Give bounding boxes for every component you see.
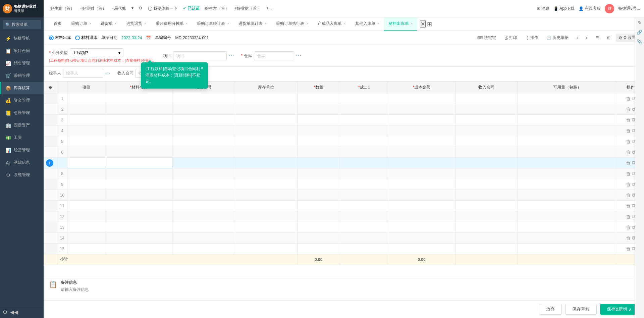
online-service-btn[interactable]: 👤 在线客服 xyxy=(579,6,601,11)
calendar-icon[interactable]: 📅 xyxy=(146,36,151,40)
panel-icon-2[interactable]: 🔗 xyxy=(637,30,642,35)
shortcut-key-btn[interactable]: ⌨ 快键键 xyxy=(475,34,499,42)
row-income-contract[interactable] xyxy=(455,93,518,104)
delete-row-btn[interactable]: 🗑 xyxy=(626,160,631,166)
delete-row-btn[interactable]: 🗑 xyxy=(626,246,631,252)
topnav-settings-icon[interactable]: ⚙ xyxy=(136,4,145,13)
topnav-yidaizhang[interactable]: +易代账 xyxy=(109,4,129,13)
tab-close-purchase[interactable]: × xyxy=(89,22,91,25)
row-cost-amount[interactable] xyxy=(388,93,455,104)
delete-row-btn[interactable]: 🗑 xyxy=(626,128,631,134)
user-avatar[interactable]: 财 xyxy=(605,4,614,13)
remarks-input[interactable] xyxy=(61,285,639,298)
sidebar-item-system[interactable]: ⚙ 系统管理 xyxy=(0,169,44,181)
row-spec[interactable] xyxy=(172,93,235,104)
tab-inbound-stats[interactable]: 进货单统计表 × xyxy=(234,17,271,31)
message-btn[interactable]: ✉ 消息 xyxy=(537,6,549,11)
save-draft-button[interactable]: 保存草稿 xyxy=(565,304,597,315)
delete-row-btn[interactable]: 🗑 xyxy=(626,182,631,187)
delete-row-btn[interactable]: 🗑 xyxy=(626,203,631,209)
business-type-select[interactable]: 工程领料 ▾ xyxy=(70,48,123,57)
view2-btn[interactable]: ⊞ xyxy=(604,34,613,42)
handler-select[interactable]: 经手人 xyxy=(63,69,103,78)
tab-purchase-expense[interactable]: 采购费用分摊单 × xyxy=(151,17,193,31)
warehouse-select[interactable]: 仓库 xyxy=(254,51,294,60)
tab-purchase-stats[interactable]: 采购订单统计表 × xyxy=(192,17,234,31)
delete-row-btn[interactable]: 🗑 xyxy=(626,193,631,198)
tab-finished-goods[interactable]: 产成品入库单 × xyxy=(313,17,351,31)
tab-close-material-out[interactable]: × xyxy=(411,22,413,25)
panel-icon-1[interactable]: ✎ xyxy=(638,20,642,25)
sidebar-item-asset[interactable]: 🏢 固定资产 xyxy=(0,119,44,131)
row-available[interactable] xyxy=(518,93,617,104)
delete-row-btn[interactable]: 🗑 xyxy=(626,150,631,155)
sidebar-item-finance[interactable]: 💰 资金管理 xyxy=(0,94,44,107)
row-material[interactable] xyxy=(105,93,172,104)
topnav-haoshengyi[interactable]: 好生意（首） xyxy=(48,4,77,13)
next-btn[interactable]: › xyxy=(583,34,590,42)
row-cost[interactable] xyxy=(340,93,388,104)
collapse-button[interactable]: ◀◀ xyxy=(10,309,18,315)
sidebar-item-shortcut[interactable]: ⚡ 快捷导航 xyxy=(0,32,44,45)
search-menu-button[interactable]: 🔍 搜索菜单 xyxy=(3,20,41,29)
tab-close-other[interactable]: × xyxy=(377,22,379,25)
sidebar-item-payroll[interactable]: 💵 工资 xyxy=(0,131,44,144)
prev-btn[interactable]: ‹ xyxy=(574,34,581,42)
delete-row-btn[interactable]: 🗑 xyxy=(626,171,631,176)
project-dots[interactable]: ··· xyxy=(229,53,234,59)
delete-row-btn[interactable]: 🗑 xyxy=(626,235,631,241)
topnav-haoyecai2[interactable]: +好业财（首） xyxy=(232,4,264,13)
settings-button[interactable]: ⚙ xyxy=(3,309,7,315)
col-settings[interactable]: ⚙ xyxy=(44,82,57,93)
project-select[interactable]: 项目 xyxy=(173,51,227,60)
delete-row-btn[interactable]: 🗑 xyxy=(626,225,631,230)
delete-row-btn[interactable]: 🗑 xyxy=(626,96,631,101)
warehouse-dots[interactable]: ··· xyxy=(296,53,302,59)
row-unit[interactable] xyxy=(235,93,297,104)
delete-row-btn[interactable]: 🗑 xyxy=(626,107,631,112)
operate-btn[interactable]: ⋮ 操作 xyxy=(523,34,541,42)
tab-close-finished[interactable]: × xyxy=(344,22,346,25)
handler-dots[interactable]: ··· xyxy=(105,70,111,76)
form-date-value[interactable]: 2023-03-24 xyxy=(121,36,142,40)
sidebar-item-inventory[interactable]: 📦 库存核算 xyxy=(0,82,44,94)
view1-btn[interactable]: ☰ xyxy=(593,34,602,42)
row-quantity[interactable] xyxy=(297,93,340,104)
tab-close-purchase-stats[interactable]: × xyxy=(227,22,229,25)
sidebar-item-base[interactable]: 🗂 基础信息 xyxy=(0,156,44,169)
sidebar-item-purchase[interactable]: 🛒 采购管理 xyxy=(0,69,44,82)
topnav-haoshengyi2[interactable]: 好生意（首） xyxy=(202,4,232,13)
delete-row-btn[interactable]: 🗑 xyxy=(626,214,631,219)
delete-row-btn[interactable]: 🗑 xyxy=(626,117,631,123)
print-btn[interactable]: 🖨 打印 xyxy=(501,34,520,42)
tab-close-expense[interactable]: × xyxy=(186,22,188,25)
delete-row-btn[interactable]: 🗑 xyxy=(626,139,631,144)
discard-button[interactable]: 放弃 xyxy=(539,304,562,315)
topnav-dropdown[interactable]: ▾ xyxy=(129,4,136,13)
topnav-more[interactable]: +... xyxy=(264,4,275,13)
tab-other-inbound[interactable]: 其他入库单 × xyxy=(351,17,384,31)
tab-close-order-exec[interactable]: × xyxy=(306,22,308,25)
tab-inbound-return[interactable]: 进货退货 × xyxy=(121,17,151,31)
row-project[interactable] xyxy=(67,93,105,104)
sidebar-item-project[interactable]: 📋 项目合同 xyxy=(0,45,44,57)
tooltip-close-btn[interactable]: × xyxy=(201,66,203,70)
tab-home[interactable]: 首页 xyxy=(49,17,66,31)
panel-icon-3[interactable]: 📎 xyxy=(637,39,642,44)
sidebar-item-ops[interactable]: 📊 经营管理 xyxy=(0,144,44,156)
topnav-haoyecai[interactable]: +好业财（首） xyxy=(77,4,109,13)
radio-material-out[interactable]: 材料出库 xyxy=(49,35,71,41)
save-new-button[interactable]: 保存&新增 ∧ xyxy=(600,304,639,315)
topnav-experience[interactable]: ◯ 我要体验一下 xyxy=(145,4,180,13)
radio-material-return[interactable]: 材料退库 xyxy=(75,35,97,41)
tab-material-out[interactable]: 材料出库单 × xyxy=(384,17,418,31)
tab-purchase-order[interactable]: 采购订单 × xyxy=(66,17,96,31)
tab-nav-icon[interactable]: ⊞ xyxy=(427,20,432,28)
close-tab-btn[interactable]: ✕ xyxy=(420,20,426,28)
tab-order-exec[interactable]: 采购订单执行表 × xyxy=(271,17,313,31)
tab-close-inbound-return[interactable]: × xyxy=(144,22,146,25)
add-row-button[interactable]: + xyxy=(46,159,53,167)
sidebar-item-ledger[interactable]: 📒 总账管理 xyxy=(0,107,44,119)
tab-close-inbound-stats[interactable]: × xyxy=(265,22,267,25)
app-download-btn[interactable]: 📱 App下载 xyxy=(553,6,575,11)
